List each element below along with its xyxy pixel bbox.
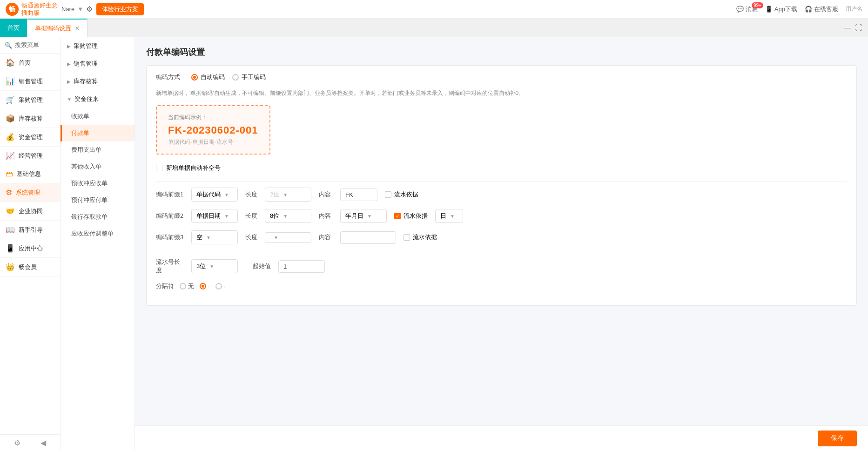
sep-dot-label: - xyxy=(208,283,210,290)
collapse-arrow-sales: ▶ xyxy=(67,61,71,67)
submenu-item-expense[interactable]: 费用支出单 xyxy=(61,141,135,158)
prefix2-select[interactable]: 单据日期 ▼ xyxy=(191,209,238,223)
sidebar-bottom: ⚙ ◀ xyxy=(0,434,60,451)
prefix3-select[interactable]: 空 ▼ xyxy=(191,230,238,244)
serial-length-select[interactable]: 3位 ▼ xyxy=(191,259,238,273)
submenu-item-advance-offset[interactable]: 预付冲应付单 xyxy=(61,192,135,209)
prefix3-arrow-icon: ▼ xyxy=(206,235,211,240)
submenu-group-finance: ▼ 资金往来 收款单 付款单 费用支出单 其他收入单 预收冲应收单 预付冲应付单… xyxy=(61,90,135,242)
manual-code-circle xyxy=(232,74,239,81)
sidebar-search[interactable]: 🔍 搜索菜单 xyxy=(0,37,60,54)
length3-select[interactable]: ▼ xyxy=(265,232,311,243)
autofill-checkbox[interactable] xyxy=(156,165,162,171)
message-badge: 99+ xyxy=(752,2,763,8)
sidebar-item-home[interactable]: 🏠 首页 xyxy=(0,54,60,72)
submenu-group-purchase-label: 采购管理 xyxy=(74,42,98,50)
sidebar-item-enterprise[interactable]: 🤝 企业协同 xyxy=(0,202,60,221)
sidebar-item-guide[interactable]: 📖 新手引导 xyxy=(0,221,60,239)
search-icon: 🔍 xyxy=(5,42,12,49)
submenu-group-sales-label: 销售管理 xyxy=(74,60,98,68)
minimize-icon[interactable]: — xyxy=(844,24,851,32)
maximize-icon[interactable]: ⛶ xyxy=(855,24,862,32)
check2-box[interactable]: ✓ xyxy=(394,213,401,219)
sep-none-radio[interactable]: 无 xyxy=(180,282,194,290)
submenu-item-receipt[interactable]: 收款单 xyxy=(61,108,135,125)
footer-spacer xyxy=(146,313,857,341)
sidebar-item-system-label: 系统管理 xyxy=(16,188,40,197)
tab-close-icon[interactable]: ✕ xyxy=(75,25,80,32)
inventory-icon: 📦 xyxy=(6,114,15,123)
tabbar: 首页 单据编码设置 ✕ — ⛶ xyxy=(0,19,868,37)
submenu-group-inventory-header[interactable]: ▶ 库存核算 xyxy=(61,73,135,90)
topbar: 畅 畅通酒好生意 插曲版 Nare ▼ ⚙ 体验行业方案 💬 消息 99+ 📱 … xyxy=(0,0,868,19)
submenu-group-finance-header[interactable]: ▼ 资金往来 xyxy=(61,90,135,108)
content2-arrow-icon: ▼ xyxy=(367,214,372,219)
submenu-item-other-income[interactable]: 其他收入单 xyxy=(61,158,135,175)
sidebar-item-app-center[interactable]: 📱 应用中心 xyxy=(0,239,60,258)
collapse-arrow-purchase: ▶ xyxy=(67,44,71,49)
prefix1-select[interactable]: 单据代码 ▼ xyxy=(191,188,238,202)
preview-label: 当前编码示例： xyxy=(168,114,258,121)
app-download-button[interactable]: 📱 App下载 xyxy=(765,5,797,13)
message-button[interactable]: 💬 消息 99+ xyxy=(736,5,758,13)
submenu-item-bank[interactable]: 银行存取款单 xyxy=(61,209,135,225)
content3-input[interactable] xyxy=(340,231,396,244)
length3-arrow-icon: ▼ xyxy=(274,235,278,240)
online-service-button[interactable]: 🎧 在线客服 xyxy=(805,5,838,13)
check3-box[interactable] xyxy=(404,234,410,241)
content2-select[interactable]: 年月日 ▼ xyxy=(340,209,387,223)
submenu-group-inventory: ▶ 库存核算 xyxy=(61,73,135,90)
sidebar-item-member[interactable]: 👑 畅会员 xyxy=(0,258,60,276)
length3-label: 长度 xyxy=(245,233,257,242)
logo-text: 畅通酒好生意 插曲版 xyxy=(21,2,58,16)
sidebar-item-system[interactable]: ⚙ 系统管理 xyxy=(0,183,60,202)
start-value-input[interactable] xyxy=(278,260,325,273)
auto-code-radio[interactable]: 自动编码 xyxy=(191,73,225,81)
home-icon: 🏠 xyxy=(6,58,15,67)
tab-home[interactable]: 首页 xyxy=(0,19,27,37)
sidebar-collapse-icon[interactable]: ◀ xyxy=(40,438,46,447)
submenu-item-adjustment[interactable]: 应收应付调整单 xyxy=(61,225,135,242)
collapse-arrow-inventory: ▶ xyxy=(67,79,71,84)
sidebar-item-inventory[interactable]: 📦 库存核算 xyxy=(0,109,60,128)
base-icon: 🗃 xyxy=(6,170,13,178)
sidebar-settings-icon[interactable]: ⚙ xyxy=(14,438,20,447)
save-button[interactable]: 保存 xyxy=(818,431,857,446)
submenu-item-payment[interactable]: 付款单 xyxy=(61,125,135,141)
sep-dot-radio[interactable]: - xyxy=(200,283,210,290)
prefix2-label: 编码前缀2 xyxy=(156,212,184,220)
prefix-row-3: 编码前缀3 空 ▼ 长度 ▼ 内容 流水依据 xyxy=(156,230,847,244)
submenu-group-finance-label: 资金往来 xyxy=(74,95,99,103)
submenu-group-sales-header[interactable]: ▶ 销售管理 xyxy=(61,55,135,73)
sidebar-item-purchase[interactable]: 🛒 采购管理 xyxy=(0,91,60,109)
prefix2-value: 单据日期 xyxy=(196,212,221,220)
tab-document-code[interactable]: 单据编码设置 ✕ xyxy=(27,19,87,37)
sidebar-item-operations[interactable]: 📈 经营管理 xyxy=(0,147,60,165)
submenu-group-sales: ▶ 销售管理 xyxy=(61,55,135,73)
sidebar-item-base[interactable]: 🗃 基础信息 xyxy=(0,165,60,183)
content1-input[interactable] xyxy=(340,188,377,201)
divider1 xyxy=(156,182,847,182)
submenu-item-prepay-offset[interactable]: 预收冲应收单 xyxy=(61,175,135,192)
dropdown-arrow[interactable]: ▼ xyxy=(77,6,83,13)
sidebar-item-finance[interactable]: 💰 资金管理 xyxy=(0,128,60,147)
collapse-arrow-finance: ▼ xyxy=(67,97,72,102)
sidebar-item-sales[interactable]: 📊 销售管理 xyxy=(0,72,60,91)
tab-document-code-label: 单据编码设置 xyxy=(35,24,71,33)
sep-dot2-radio[interactable]: · xyxy=(215,283,226,290)
trial-button[interactable]: 体验行业方案 xyxy=(96,3,144,15)
length2-select[interactable]: 8位 ▼ xyxy=(265,209,311,223)
tabbar-actions: — ⛶ xyxy=(844,24,868,32)
sidebar-item-operations-label: 经营管理 xyxy=(19,152,43,160)
tab-home-label: 首页 xyxy=(7,24,20,32)
submenu-group-purchase-header[interactable]: ▶ 采购管理 xyxy=(61,37,135,55)
code-method-label: 编码方式 xyxy=(156,73,180,81)
divider2 xyxy=(156,252,847,252)
submenu-group-purchase: ▶ 采购管理 xyxy=(61,37,135,55)
gear-icon[interactable]: ⚙ xyxy=(86,5,93,13)
length1-select[interactable]: 2位 ▼ xyxy=(265,188,311,202)
extra-select-day[interactable]: 日 ▼ xyxy=(435,209,463,223)
manual-code-radio[interactable]: 手工编码 xyxy=(232,73,266,81)
prefix1-arrow-icon: ▼ xyxy=(224,192,229,197)
check1-box[interactable] xyxy=(385,191,391,198)
